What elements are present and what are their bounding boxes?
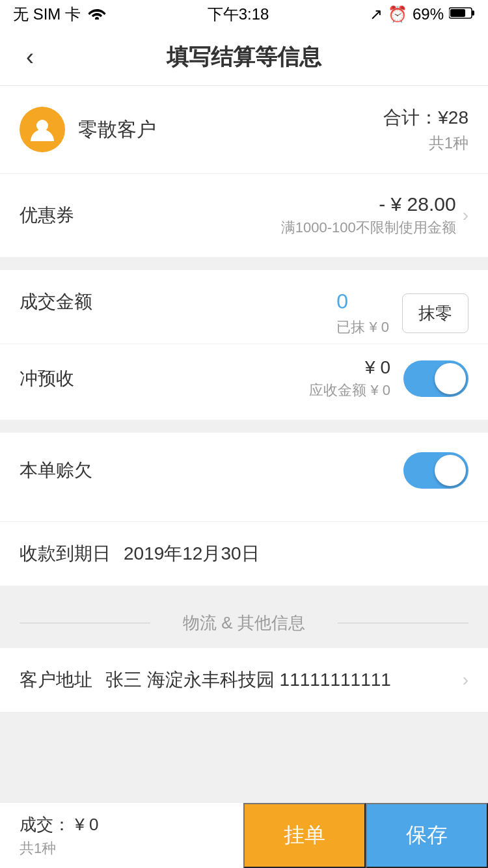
chevron-right-icon: › [463, 205, 468, 226]
battery-icon [449, 5, 475, 23]
wifi-icon [87, 5, 107, 23]
location-icon: ↗ [370, 5, 383, 23]
customer-total: 合计：¥28 共1种 [383, 105, 468, 154]
debt-row: 本单赊欠 [0, 433, 488, 508]
debt-toggle[interactable] [403, 452, 468, 489]
coupon-row[interactable]: 优惠券 - ¥ 28.00 满1000-100不限制使用金额 › [0, 173, 488, 257]
logistics-line-right [338, 623, 468, 623]
customer-name: 零散客户 [78, 116, 156, 143]
status-bar: 无 SIM 卡 下午3:18 ↗ ⏰ 69% [0, 0, 488, 29]
deal-amount-row: 成交金额 0 已抹 ¥ 0 抹零 [0, 270, 488, 344]
prepay-row: 冲预收 ¥ 0 应收金额 ¥ 0 [0, 344, 488, 420]
svg-rect-1 [472, 10, 474, 16]
prepay-info: ¥ 0 应收金额 ¥ 0 [309, 357, 390, 400]
total-count-label: 共1种 [383, 133, 468, 154]
prepay-toggle[interactable] [403, 360, 468, 397]
save-button[interactable]: 保存 [366, 803, 488, 868]
duedate-row: 收款到期日 2019年12月30日 [0, 521, 488, 586]
prepay-receivable: 应收金额 ¥ 0 [309, 381, 390, 400]
coupon-amount: - ¥ 28.00 [281, 193, 456, 215]
status-time: 下午3:18 [208, 4, 269, 25]
customer-card: 零散客户 合计：¥28 共1种 优惠券 - ¥ 28.00 满1000-100不… [0, 86, 488, 257]
no-sim-label: 无 SIM 卡 [13, 4, 81, 25]
alarm-icon: ⏰ [388, 5, 407, 23]
customer-left: 零散客户 [20, 107, 156, 152]
battery-label: 69% [413, 5, 444, 23]
deal-already: 已抹 ¥ 0 [336, 318, 389, 337]
toggle-knob [435, 363, 466, 394]
logistics-header: 物流 & 其他信息 [0, 599, 488, 647]
coupon-info: - ¥ 28.00 满1000-100不限制使用金额 [281, 193, 456, 237]
status-right: ↗ ⏰ 69% [370, 5, 475, 23]
svg-rect-2 [450, 9, 465, 17]
page-title: 填写结算等信息 [167, 42, 321, 72]
bottom-deal-label: 成交： ¥ 0 [20, 813, 224, 836]
deal-section: 成交金额 0 已抹 ¥ 0 抹零 冲预收 ¥ 0 应收金额 ¥ 0 [0, 270, 488, 420]
nav-bar: ‹ 填写结算等信息 [0, 29, 488, 86]
logistics-line-left [20, 623, 150, 623]
content-area: 零散客户 合计：¥28 共1种 优惠券 - ¥ 28.00 满1000-100不… [0, 86, 488, 855]
duedate-label: 收款到期日 [20, 541, 111, 566]
debt-card: 本单赊欠 收款到期日 2019年12月30日 [0, 433, 488, 586]
deal-right: 0 已抹 ¥ 0 抹零 [336, 290, 468, 337]
address-label: 客户地址 [20, 668, 92, 692]
total-amount-label: 合计：¥28 [383, 105, 468, 130]
prepay-label: 冲预收 [20, 366, 74, 391]
address-chevron-icon: › [463, 670, 468, 690]
address-value: 张三 海淀永丰科技园 11111111111 [105, 668, 391, 692]
status-left: 无 SIM 卡 [13, 4, 107, 25]
back-button[interactable]: ‹ [20, 39, 40, 75]
coupon-desc: 满1000-100不限制使用金额 [281, 218, 456, 237]
address-content: 客户地址 张三 海淀永丰科技园 11111111111 [20, 668, 391, 692]
bottom-count-label: 共1种 [20, 839, 224, 858]
address-card: 客户地址 张三 海淀永丰科技园 11111111111 › [0, 647, 488, 712]
bottom-bar: 成交： ¥ 0 共1种 挂单 保存 [0, 803, 488, 868]
round-zero-button[interactable]: 抹零 [402, 293, 468, 333]
bottom-info: 成交： ¥ 0 共1种 [0, 813, 243, 858]
coupon-right: - ¥ 28.00 满1000-100不限制使用金额 › [281, 193, 468, 237]
customer-row: 零散客户 合计：¥28 共1种 [0, 86, 488, 173]
duedate-value: 2019年12月30日 [124, 541, 260, 566]
debt-label: 本单赊欠 [20, 458, 92, 483]
deal-value: 0 [336, 290, 389, 314]
logistics-label: 物流 & 其他信息 [183, 612, 305, 634]
prepay-right: ¥ 0 应收金额 ¥ 0 [309, 357, 468, 400]
address-row[interactable]: 客户地址 张三 海淀永丰科技园 11111111111 › [0, 647, 488, 712]
coupon-label: 优惠券 [20, 203, 74, 228]
deal-amount-label: 成交金额 [20, 290, 92, 314]
customer-avatar [20, 107, 65, 152]
debt-toggle-knob [435, 455, 466, 486]
hold-order-button[interactable]: 挂单 [243, 803, 366, 868]
prepay-amount: ¥ 0 [309, 357, 390, 378]
